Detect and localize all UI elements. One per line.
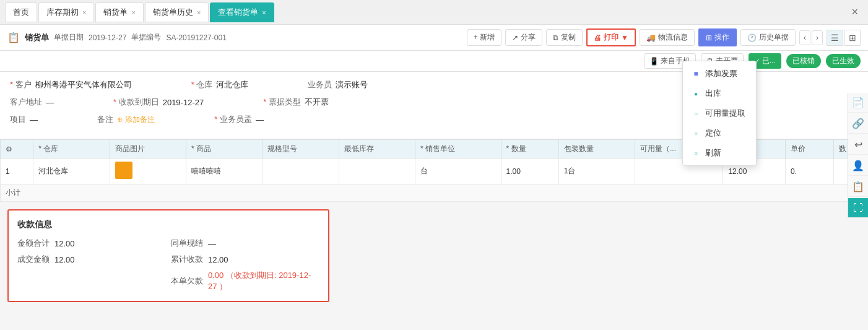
row-img bbox=[110, 158, 186, 185]
tab-sales[interactable]: 销货单 × bbox=[95, 2, 143, 22]
total-received-row: 累计收款 12.00 bbox=[171, 254, 319, 265]
add-note-button[interactable]: ⊕ 添加备注 bbox=[117, 115, 155, 125]
tab-inventory[interactable]: 库存期初 × bbox=[38, 2, 94, 22]
notes-label: 备注 bbox=[97, 114, 113, 125]
staff-label: 业务员 bbox=[308, 79, 332, 90]
ticket-type-label: 票据类型 bbox=[263, 97, 301, 108]
same-order-row: 同单现结 — bbox=[171, 238, 319, 249]
copy-button[interactable]: ⧉ 复制 bbox=[546, 29, 583, 46]
refresh-label: 刷新 bbox=[705, 147, 721, 158]
address-field: 客户地址 — bbox=[10, 97, 54, 108]
tab-sales-history-label: 销货单历史 bbox=[153, 7, 193, 18]
project-label: 项目 bbox=[10, 114, 26, 125]
dropdown-refresh[interactable]: ○ 刷新 bbox=[683, 143, 756, 163]
share-icon: ↗ bbox=[512, 33, 518, 42]
locate-label: 定位 bbox=[705, 128, 721, 139]
print-icon: 🖨 bbox=[594, 33, 601, 42]
operate-button-label: 操作 bbox=[714, 32, 729, 43]
history-button[interactable]: 🕐 历史单据 bbox=[740, 29, 796, 46]
col-price: 单价 bbox=[786, 140, 834, 158]
project-value: — bbox=[30, 115, 38, 124]
effect-badge[interactable]: 已生效 bbox=[826, 54, 861, 68]
total-received-label: 累计收款 bbox=[171, 254, 203, 265]
sold-badge-label: 已核销 bbox=[792, 56, 815, 65]
warehouse-value: 河北仓库 bbox=[216, 79, 248, 90]
add-invoice-label: 添加发票 bbox=[705, 68, 737, 79]
tab-sales-close[interactable]: × bbox=[131, 9, 135, 16]
current-due-value: 0.00 （收款到期日: 2019-12-27 ） bbox=[208, 270, 319, 292]
print-dropdown-arrow: ▼ bbox=[621, 33, 628, 42]
due-date-close: ） bbox=[219, 282, 227, 291]
doc-icon: 📋 bbox=[7, 32, 20, 43]
address-value: — bbox=[46, 98, 54, 107]
tab-view-sales[interactable]: 查看销货单 × bbox=[210, 2, 274, 22]
effect-badge-label: 已生效 bbox=[832, 56, 854, 65]
amount-value: 12.00 bbox=[54, 239, 75, 248]
row-pack-qty: 1台 bbox=[558, 158, 635, 185]
col-warehouse: * 仓库 bbox=[33, 140, 110, 158]
product-image bbox=[115, 162, 132, 179]
sidebar-note-icon[interactable]: 📋 bbox=[848, 177, 868, 197]
outbound-icon: ● bbox=[692, 90, 700, 97]
tab-view-sales-label: 查看销货单 bbox=[218, 7, 258, 18]
share-button-label: 分享 bbox=[521, 32, 536, 43]
logistics-button[interactable]: 🚚 物流信息 bbox=[640, 29, 695, 46]
payment-section: 收款信息 金额合计 12.00 成交金额 12.00 同单现结 — 累计收款 1… bbox=[7, 209, 329, 302]
salesperson-label: 业务员孟 bbox=[214, 114, 252, 125]
share-button[interactable]: ↗ 分享 bbox=[505, 29, 542, 46]
dropdown-add-invoice[interactable]: ■ 添加发票 bbox=[683, 64, 756, 84]
col-min-stock: 最低库存 bbox=[339, 140, 415, 158]
sold-badge[interactable]: 已核销 bbox=[786, 54, 821, 68]
customer-value: 柳州粤港平安气体有限公司 bbox=[35, 79, 132, 90]
sidebar-expand-icon[interactable]: ⛶ bbox=[848, 198, 868, 218]
row-product: 嘻嘻嘻嘻 bbox=[186, 158, 262, 185]
prev-button[interactable]: ‹ bbox=[799, 30, 810, 45]
dropdown-locate[interactable]: ○ 定位 bbox=[683, 123, 756, 143]
add-note-label: 添加备注 bbox=[125, 115, 155, 124]
project-field: 项目 — bbox=[10, 114, 38, 125]
col-product: * 商品 bbox=[186, 140, 262, 158]
tab-sales-history-close[interactable]: × bbox=[197, 9, 201, 16]
nav-arrows: ‹ › bbox=[799, 30, 823, 45]
next-button[interactable]: › bbox=[812, 30, 823, 45]
right-sidebar: 📄 🔗 ↩ 👤 📋 ⛶ bbox=[848, 93, 868, 218]
date-label: 单据日期 bbox=[54, 32, 84, 43]
grid-view-button[interactable]: ⊞ bbox=[844, 30, 861, 46]
sidebar-user-icon[interactable]: 👤 bbox=[848, 156, 868, 176]
new-button-label: + 新增 bbox=[474, 32, 495, 43]
deal-amount-label: 成交金额 bbox=[17, 254, 50, 265]
sidebar-link-icon[interactable]: 🔗 bbox=[848, 114, 868, 134]
warehouse-field: 仓库 河北仓库 bbox=[191, 79, 249, 90]
tab-inventory-close[interactable]: × bbox=[82, 9, 86, 16]
history-icon: 🕐 bbox=[747, 33, 757, 42]
deal-amount-row: 成交金额 12.00 bbox=[17, 254, 166, 265]
dropdown-outbound[interactable]: ● 出库 bbox=[683, 84, 756, 103]
doc-info: 📋 销货单 单据日期 2019-12-27 单据编号 SA-20191227-0… bbox=[7, 32, 227, 43]
payment-date-field: 收款到期日 2019-12-27 bbox=[113, 97, 204, 108]
dropdown-available[interactable]: ○ 可用量提取 bbox=[683, 103, 756, 123]
col-qty: * 数量 bbox=[501, 140, 558, 158]
payment-col-left: 金额合计 12.00 成交金额 12.00 bbox=[17, 238, 166, 292]
same-order-value: — bbox=[208, 239, 216, 248]
current-due-amount: 0.00 bbox=[208, 271, 224, 280]
col-spec: 规格型号 bbox=[263, 140, 339, 158]
window-close-button[interactable]: × bbox=[846, 6, 863, 19]
add-icon: ⊕ bbox=[117, 115, 125, 124]
new-button[interactable]: + 新增 bbox=[467, 29, 501, 46]
print-button-label: 打印 bbox=[604, 32, 618, 43]
main-toolbar: 📋 销货单 单据日期 2019-12-27 单据编号 SA-20191227-0… bbox=[0, 25, 868, 51]
print-button[interactable]: 🖨 打印 ▼ bbox=[586, 28, 636, 46]
tab-inventory-label: 库存期初 bbox=[46, 7, 79, 18]
available-icon: ○ bbox=[692, 110, 700, 117]
col-unit: * 销售单位 bbox=[415, 140, 501, 158]
list-view-button[interactable]: ☰ bbox=[827, 30, 843, 46]
tab-sales-history[interactable]: 销货单历史 × bbox=[145, 2, 209, 22]
operate-button[interactable]: ⊞ 操作 bbox=[698, 28, 737, 46]
tab-sales-label: 销货单 bbox=[103, 7, 128, 18]
tab-bar: 首页 库存期初 × 销货单 × 销货单历史 × 查看销货单 × × bbox=[0, 0, 868, 25]
tab-view-sales-close[interactable]: × bbox=[262, 9, 266, 16]
sidebar-return-icon[interactable]: ↩ bbox=[848, 135, 868, 155]
number-value: SA-20191227-001 bbox=[166, 33, 226, 42]
sidebar-doc-icon[interactable]: 📄 bbox=[848, 93, 868, 113]
tab-home[interactable]: 首页 bbox=[5, 2, 37, 22]
